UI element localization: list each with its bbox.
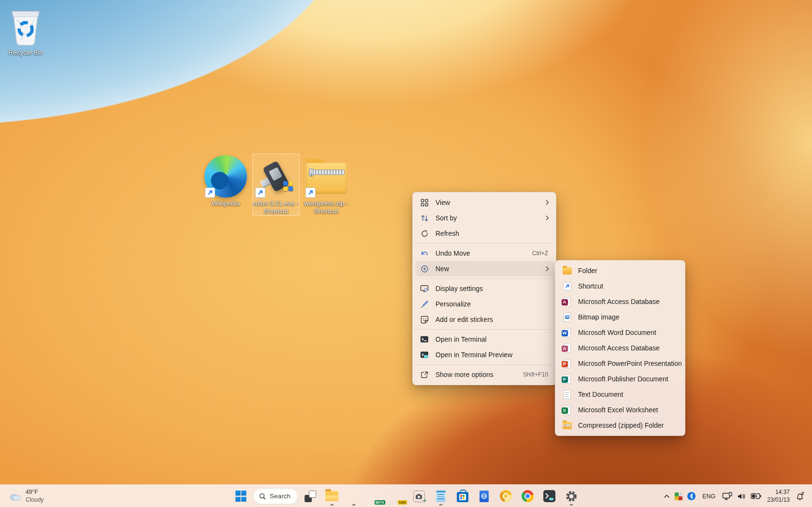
sort-icon	[420, 213, 429, 223]
bitmap-file-icon	[562, 312, 572, 322]
menu-shortcut: Ctrl+Z	[532, 250, 548, 257]
stickers-icon	[420, 315, 429, 324]
tray-show-hidden-icons-button[interactable]	[661, 487, 672, 506]
file-explorer-button[interactable]	[323, 487, 341, 506]
display-settings-icon	[420, 284, 429, 293]
terminal-button[interactable]	[540, 487, 559, 506]
word-file-icon: W	[562, 328, 572, 337]
personalize-icon	[420, 299, 429, 309]
notepad-icon	[436, 491, 446, 502]
submenu-item-excel-worksheet[interactable]: X Microsoft Excel Worksheet	[558, 402, 682, 418]
widgets-weather-button[interactable]: 49°F Cloudy	[6, 485, 46, 507]
desktop-icon-rufus[interactable]: rufus-3.21.exe - Shortcut	[252, 154, 300, 216]
new-plus-icon	[420, 264, 429, 274]
weather-temperature: 49°F	[26, 489, 44, 496]
menu-separator	[413, 329, 555, 330]
menu-item-show-more-options[interactable]: Show more options Shift+F10	[415, 367, 553, 382]
microsoft-store-button[interactable]	[453, 487, 472, 506]
desktop-icon-wikipedia[interactable]: Wikipedia	[202, 154, 249, 208]
submenu-item-word-document[interactable]: W Microsoft Word Document	[558, 325, 682, 340]
desktop-icon-label: Recycle Bin	[8, 49, 43, 57]
zipped-folder-icon	[562, 420, 572, 430]
chevron-right-icon	[543, 200, 549, 205]
edge-canary-button[interactable]: CAN	[388, 487, 406, 506]
weather-condition: Cloudy	[26, 496, 44, 504]
desktop-icon-label-line2: Shortcut	[314, 207, 338, 215]
submenu-item-bitmap-image[interactable]: Bitmap image	[558, 309, 682, 325]
volume-button[interactable]	[735, 487, 748, 506]
submenu-item-access-database[interactable]: A Microsoft Access Database	[558, 294, 682, 309]
settings-gear-icon	[565, 490, 578, 503]
snipping-tool-button[interactable]: +	[410, 487, 428, 506]
web-document-button[interactable]	[475, 487, 493, 506]
chevron-right-icon	[543, 215, 549, 221]
edge-button[interactable]	[345, 487, 363, 506]
bluetooth-icon	[687, 492, 696, 500]
task-view-button[interactable]	[301, 487, 319, 506]
settings-button[interactable]	[562, 487, 580, 506]
desktop-icon-wordpress-zip[interactable]: wordpress.zip - Shortcut	[303, 154, 350, 216]
menu-separator	[413, 243, 555, 244]
menu-item-refresh[interactable]: Refresh	[415, 226, 553, 241]
submenu-item-compressed-folder[interactable]: Compressed (zipped) Folder	[558, 418, 682, 433]
menu-item-open-terminal-preview[interactable]: Open in Terminal Preview	[415, 347, 553, 362]
battery-button[interactable]	[748, 487, 764, 506]
submenu-item-powerpoint-presentation[interactable]: P Microsoft PowerPoint Presentation	[558, 356, 682, 371]
speaker-icon	[737, 493, 746, 500]
language-indicator[interactable]: ENG	[698, 487, 720, 506]
text-file-icon	[562, 390, 572, 399]
network-button[interactable]	[720, 487, 735, 506]
menu-item-new[interactable]: New	[415, 261, 553, 276]
terminal-icon	[420, 334, 429, 344]
show-more-icon	[420, 370, 429, 379]
clock[interactable]: 14:37 23/01/13	[764, 489, 793, 504]
notification-center-button[interactable]	[793, 487, 807, 506]
terminal-preview-icon	[420, 350, 429, 360]
submenu-item-publisher-document[interactable]: P Microsoft Publisher Document	[558, 371, 682, 387]
edge-beta-button[interactable]: BETA	[366, 487, 385, 506]
view-grid-icon	[420, 198, 429, 207]
start-button[interactable]	[232, 487, 250, 506]
file-explorer-icon	[325, 491, 338, 501]
chrome-canary-icon	[500, 490, 512, 502]
bluetooth-button[interactable]	[685, 487, 698, 506]
menu-item-sort-by[interactable]: Sort by	[415, 210, 553, 226]
menu-separator	[413, 364, 555, 365]
menu-item-stickers[interactable]: Add or edit stickers	[415, 312, 553, 327]
powerpoint-file-icon: P	[562, 359, 572, 368]
desktop-icon-recycle-bin[interactable]: Recycle Bin	[2, 3, 49, 57]
menu-item-undo-move[interactable]: Undo Move Ctrl+Z	[415, 246, 553, 261]
desktop-icon-label: Wikipedia	[212, 200, 240, 207]
excel-file-icon: X	[562, 405, 572, 415]
notepad-button[interactable]	[432, 487, 450, 506]
chrome-button[interactable]	[519, 487, 537, 506]
task-view-icon	[304, 491, 316, 502]
access-file-icon: A	[562, 343, 572, 353]
battery-charging-icon	[751, 493, 761, 499]
tray-grid-icon	[675, 493, 682, 500]
folder-icon	[562, 266, 572, 275]
chrome-canary-button[interactable]	[497, 487, 515, 506]
undo-icon	[420, 248, 429, 258]
tray-date: 23/01/13	[767, 496, 790, 504]
canary-badge: CAN	[398, 500, 407, 505]
tray-app-icon[interactable]	[672, 487, 685, 506]
search-icon	[259, 493, 266, 500]
submenu-item-access-database-2[interactable]: A Microsoft Access Database	[558, 340, 682, 356]
submenu-item-folder[interactable]: Folder	[558, 263, 682, 278]
search-box[interactable]: Search	[253, 489, 298, 504]
menu-item-view[interactable]: View	[415, 195, 553, 210]
chrome-icon	[522, 490, 534, 502]
desktop-icon-label: wordpress.zip -	[304, 200, 348, 207]
menu-item-display-settings[interactable]: Display settings	[415, 281, 553, 296]
snipping-tool-icon: +	[413, 491, 425, 502]
cloud-icon	[9, 492, 22, 501]
menu-item-personalize[interactable]: Personalize	[415, 296, 553, 312]
submenu-item-shortcut[interactable]: Shortcut	[558, 278, 682, 294]
desktop-context-menu: View Sort by Refresh Undo Move	[412, 192, 556, 385]
submenu-item-text-document[interactable]: Text Document	[558, 387, 682, 402]
shortcut-arrow-icon	[255, 188, 265, 198]
network-icon	[722, 492, 732, 501]
menu-item-open-terminal[interactable]: Open in Terminal	[415, 332, 553, 347]
chevron-up-icon	[664, 494, 670, 498]
